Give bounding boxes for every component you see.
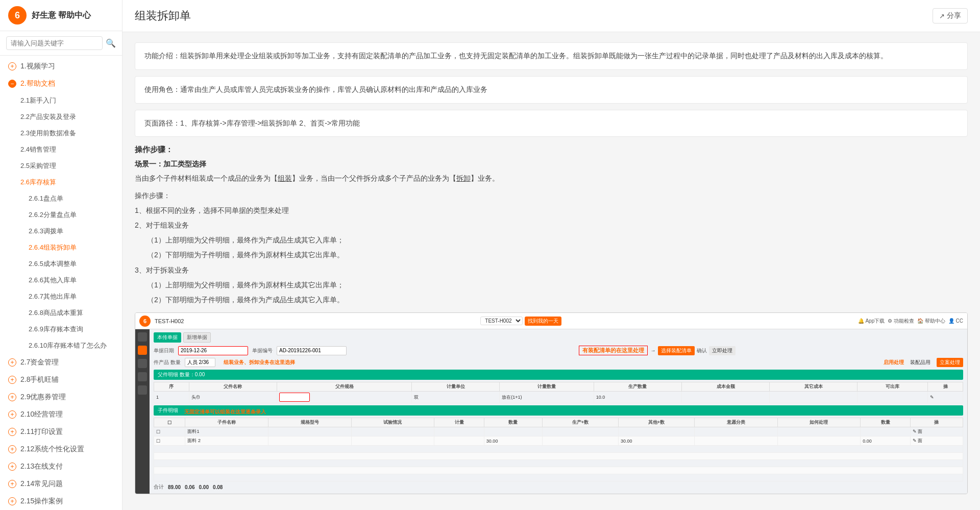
mock-bottom-row-1: ☐ 面料1: [154, 427, 963, 436]
mock-top-row-1: 1 头巾 双 放在(1+1) 10.0: [154, 392, 963, 403]
mock-th-seq: 序: [154, 382, 189, 392]
mock-annotation-assembly: 有装配清单的在这里处理: [579, 346, 648, 355]
mock-pieces-input[interactable]: [185, 358, 215, 367]
sidebar-label-2: 2.帮助文档: [20, 79, 55, 88]
mock-total-label: 合计: [154, 483, 164, 491]
mock-section-title-top: 父件明细 数量：0.00: [154, 370, 963, 380]
path-text: 页面路径：1、库存核算->库存管理->组装拆卸单 2、首页->常用功能: [144, 119, 360, 127]
mock-date-input[interactable]: [178, 346, 248, 355]
mock-top-table: 序 父件名称 父件规格 计量单位 计量数量 生产数量 成本金额 其它成本 可出库: [154, 382, 963, 403]
role-block: 使用角色：通常由生产人员或库管人员完成拆装业务的操作，库管人员确认原材料的出库和…: [135, 76, 968, 104]
mock-company-select[interactable]: TEST-H002: [480, 317, 523, 325]
mock-confirm-label: 确认: [697, 347, 707, 354]
sidebar-item-2-11[interactable]: + 2.11打印设置: [0, 423, 122, 441]
sidebar-item-2-6-8[interactable]: 2.6.8商品成本重算: [0, 305, 122, 321]
sidebar-item-2-6[interactable]: 2.6库存核算: [0, 174, 122, 190]
sidebar-item-2-6-10[interactable]: 2.6.10库存账本错了怎么办: [0, 337, 122, 354]
expand-icon-2-7: +: [8, 358, 16, 367]
sidebar-item-2-6-4[interactable]: 2.6.4组装拆卸单: [0, 239, 122, 256]
sidebar-item-2-12[interactable]: + 2.12系统个性化设置: [0, 441, 122, 458]
share-icon: ↗: [939, 12, 945, 20]
mock-bth-ops: 操: [910, 418, 963, 427]
sidebar-item-2-7[interactable]: + 2.7资金管理: [0, 354, 122, 371]
sidebar-item-2-10[interactable]: + 2.10经营管理: [0, 406, 122, 423]
sidebar: 6 好生意 帮助中心 🔍 + 1.视频学习 − 2.帮助文档 2.1新手入门 2…: [0, 0, 122, 510]
mock-tab-new[interactable]: 新增单据: [183, 332, 211, 343]
mock-bottom-row-5: [154, 460, 963, 467]
mock-use-btn[interactable]: 立案处理: [937, 358, 963, 367]
sidebar-item-2-15[interactable]: + 2.15操作案例: [0, 493, 122, 510]
expand-icon-1: +: [8, 62, 16, 70]
mock-topbar-mid: TEST-H002 找到我的一天: [188, 317, 854, 326]
mock-td-1-spec-input[interactable]: [279, 393, 310, 402]
mock-bottom-row-6: [154, 467, 963, 474]
mock-btd-2-qty: 0.00: [861, 436, 911, 446]
mock-td-1-qty: 放在(1+1): [500, 392, 594, 403]
sidebar-item-2-5[interactable]: 2.5采购管理: [0, 158, 122, 174]
mock-tab-existing[interactable]: 本传单据: [154, 332, 181, 343]
intro-block: 功能介绍：组装拆卸单用来处理企业组装或拆卸等加工业务，支持有固定装配清单的产品加…: [135, 42, 968, 70]
sidebar-item-2-3[interactable]: 2.3使用前数据准备: [0, 125, 122, 141]
mock-btd-2-class: [695, 436, 778, 446]
sidebar-item-2-6-5[interactable]: 2.6.5成本调整单: [0, 256, 122, 272]
expand-icon-2-12: +: [8, 445, 16, 453]
sidebar-item-2-6-3[interactable]: 2.6.3调拨单: [0, 223, 122, 239]
sidebar-item-2-6-2[interactable]: 2.6.2分量盘点单: [0, 207, 122, 223]
mock-nav-item-1: [138, 332, 147, 342]
sidebar-item-1[interactable]: + 1.视频学习: [0, 58, 122, 75]
mock-bth-prod: 生产+数: [542, 418, 618, 427]
mock-th-unit: 计量单位: [412, 382, 500, 392]
mock-nav-item-3: [138, 359, 147, 368]
share-button[interactable]: ↗ 分享: [933, 8, 968, 23]
sidebar-item-2-6-7[interactable]: 2.6.7其他出库单: [0, 288, 122, 305]
search-input[interactable]: [6, 36, 103, 50]
sidebar-item-2-14[interactable]: + 2.14常见问题: [0, 475, 122, 493]
mock-btd-1-ops: ✎ 面: [910, 427, 963, 436]
mock-total-val2: 0.06: [185, 484, 194, 490]
mock-bth-unit: 计量: [434, 418, 484, 427]
sidebar-item-2-4[interactable]: 2.4销售管理: [0, 141, 122, 158]
sidebar-item-2[interactable]: − 2.帮助文档: [0, 75, 122, 92]
mock-form-row1: 单据日期 单据编号 有装配清单的在这里处理 → 选择装配清单 确认 立即处理: [154, 346, 963, 355]
mock-topbar-btn[interactable]: 找到我的一天: [525, 317, 561, 326]
sidebar-item-2-2[interactable]: 2.2产品安装及登录: [0, 109, 122, 125]
mock-total-val4: 0.08: [213, 484, 223, 490]
mock-num-input[interactable]: [277, 346, 347, 355]
mock-top-table-header: 序 父件名称 父件规格 计量单位 计量数量 生产数量 成本金额 其它成本 可出库: [154, 382, 963, 392]
sidebar-item-2-1[interactable]: 2.1新手入门: [0, 92, 122, 109]
page-title: 组装拆卸单: [135, 8, 191, 23]
mock-td-1-cost: [682, 392, 770, 403]
sidebar-item-2-6-1[interactable]: 2.6.1盘点单: [0, 190, 122, 207]
mock-td-1-op: ✎: [928, 392, 963, 403]
sidebar-item-2-8[interactable]: + 2.8手机旺辅: [0, 371, 122, 388]
sidebar-item-2-6-6[interactable]: 2.6.6其他入库单: [0, 272, 122, 288]
mock-btd-5: [154, 460, 963, 467]
mock-bth-name: 子件名称: [185, 418, 268, 427]
sidebar-item-2-9[interactable]: + 2.9优惠券管理: [0, 388, 122, 406]
mock-btd-2-prod: [542, 436, 618, 446]
mock-bottom-row-2: ☐ 面料 2 30.00 30.00: [154, 436, 963, 446]
mock-confirm-btn[interactable]: 立即处理: [709, 346, 736, 355]
mock-td-1-spec: [277, 392, 412, 403]
mock-btd-1-check: ☐: [154, 427, 185, 436]
mock-btd-2-unit: [434, 436, 484, 446]
sidebar-item-2-6-9[interactable]: 2.6.9库存账本查询: [0, 321, 122, 337]
mock-bth-handle: 如何处理: [777, 418, 861, 427]
path-block: 页面路径：1、库存核算->库存管理->组装拆卸单 2、首页->常用功能: [135, 110, 968, 137]
search-icon[interactable]: 🔍: [106, 38, 116, 48]
sidebar-item-2-13[interactable]: + 2.13在线支付: [0, 458, 122, 475]
page-header: 组装拆卸单 ↗ 分享: [122, 0, 980, 32]
expand-icon-2-15: +: [8, 497, 16, 505]
app-name: 好生意 帮助中心: [32, 10, 91, 21]
mock-top-table-section: 父件明细 数量：0.00 序 父件名称 父件规格 计量单位 计量数量: [154, 370, 963, 403]
mock-company: TEST-H002: [155, 318, 184, 324]
mock-btd-2-other: 30.00: [618, 436, 694, 446]
scenario1-desc: 当由多个子件材料组装成一个成品的业务为【组装】业务，当由一个父件拆分成多个子产品…: [135, 172, 968, 185]
expand-icon-2: −: [8, 80, 16, 88]
mock-assembly-btn[interactable]: 选择装配清单: [658, 346, 695, 355]
mock-bth-num: 数量: [484, 418, 542, 427]
mock-th-fname: 父件名称: [189, 382, 277, 392]
mock-btd-2-handle: [777, 436, 861, 446]
sidebar-label-1: 1.视频学习: [20, 62, 55, 71]
mock-annotation-manual: 无固定清单可以组装在这里逐条录入: [184, 408, 266, 416]
